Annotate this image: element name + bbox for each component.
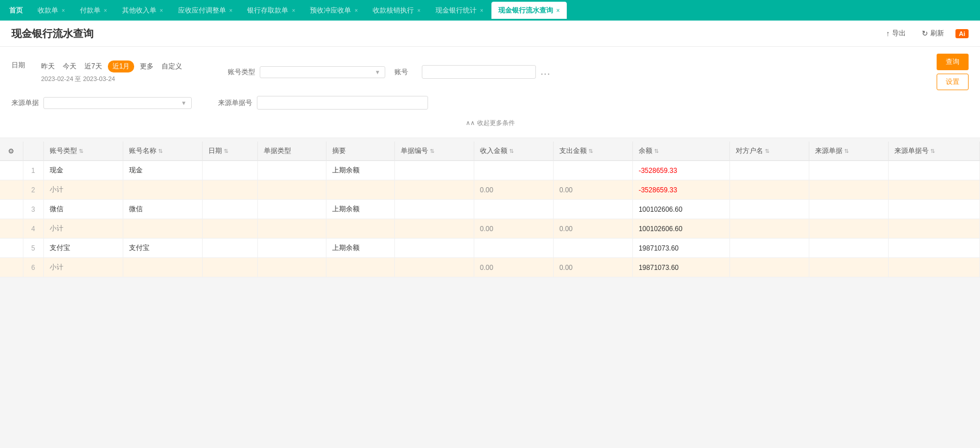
cell-11 <box>729 161 809 180</box>
cell-7 <box>394 161 474 180</box>
cell-10: 100102606.60 <box>632 219 729 239</box>
col-account-type[interactable]: 账号类型⇅ <box>43 142 123 161</box>
col-doc-no[interactable]: 单据编号⇅ <box>394 142 474 161</box>
close-tab-adjustment[interactable]: × <box>229 7 233 14</box>
close-tab-payment[interactable]: × <box>104 7 107 14</box>
cell-1: 6 <box>23 258 43 277</box>
cell-12 <box>809 200 888 219</box>
cell-11 <box>729 219 809 239</box>
header-actions: ↑ 导出 ↻ 刷新 Ai <box>882 26 969 41</box>
account-dots[interactable]: ... <box>541 67 551 76</box>
nav-tab-adjustment[interactable]: 应收应付调整单× <box>171 2 240 19</box>
cell-8 <box>474 239 553 258</box>
cell-13 <box>888 180 979 200</box>
close-tab-prepayment[interactable]: × <box>354 7 358 14</box>
account-filter: 账号 ... <box>394 65 551 79</box>
col-source-doc-no[interactable]: 来源单据号⇅ <box>888 142 979 161</box>
nav-tab-writeoff[interactable]: 收款核销执行× <box>366 2 428 19</box>
col-account-name[interactable]: 账号名称⇅ <box>123 142 202 161</box>
cell-6 <box>326 219 394 239</box>
page-header: 现金银行流水查询 ↑ 导出 ↻ 刷新 Ai <box>0 21 980 47</box>
close-tab-cash-stat[interactable]: × <box>480 7 483 14</box>
cell-5 <box>257 200 326 219</box>
cell-10: -3528659.33 <box>632 161 729 180</box>
cell-0 <box>0 161 23 180</box>
export-button[interactable]: ↑ 导出 <box>882 26 911 41</box>
filter-row-2: 来源单据 ▼ 来源单据号 <box>11 96 969 110</box>
page-title: 现金银行流水查询 <box>11 27 94 41</box>
close-tab-writeoff[interactable]: × <box>417 7 421 14</box>
action-buttons: 查询 设置 <box>937 54 969 90</box>
nav-tab-receipt[interactable]: 收款单× <box>31 2 72 19</box>
col-income[interactable]: 收入金额⇅ <box>474 142 553 161</box>
date-option-1month[interactable]: 近1月 <box>108 60 135 72</box>
cell-6 <box>326 180 394 200</box>
col-counterparty[interactable]: 对方户名⇅ <box>729 142 809 161</box>
cell-12 <box>809 180 888 200</box>
cell-2: 微信 <box>43 200 123 219</box>
table-row: 6小计0.000.0019871073.60 <box>0 258 980 277</box>
source-doc-filter: 来源单据 ▼ <box>11 97 192 109</box>
source-doc-num-input[interactable] <box>257 96 428 110</box>
cell-5 <box>257 239 326 258</box>
table-row: 1现金现金上期余额-3528659.33 <box>0 161 980 180</box>
cell-0 <box>0 258 23 277</box>
date-option-custom[interactable]: 自定义 <box>159 60 184 72</box>
cell-5 <box>257 161 326 180</box>
date-option-7days[interactable]: 近7天 <box>82 60 104 72</box>
nav-tab-prepayment[interactable]: 预收冲应收单× <box>303 2 365 19</box>
cell-2: 支付宝 <box>43 239 123 258</box>
refresh-button[interactable]: ↻ 刷新 <box>917 26 949 41</box>
close-tab-cashflow-query[interactable]: × <box>556 7 560 14</box>
cell-6: 上期余额 <box>326 239 394 258</box>
nav-tab-bank-deposit[interactable]: 银行存取款单× <box>240 2 302 19</box>
cell-12 <box>809 239 888 258</box>
source-doc-num-filter: 来源单据号 <box>218 96 428 110</box>
table-row: 3微信微信上期余额100102606.60 <box>0 200 980 219</box>
col-balance[interactable]: 余额⇅ <box>632 142 729 161</box>
col-expense[interactable]: 支出金额⇅ <box>553 142 632 161</box>
nav-tab-other-income[interactable]: 其他收入单× <box>115 2 170 19</box>
account-input[interactable] <box>422 65 536 79</box>
nav-tab-cash-stat[interactable]: 现金银行统计× <box>429 2 490 19</box>
col-gear[interactable]: ⚙ <box>0 142 23 161</box>
cell-8: 0.00 <box>474 258 553 277</box>
close-tab-other-income[interactable]: × <box>160 7 163 14</box>
table-row: 5支付宝支付宝上期余额19871073.60 <box>0 239 980 258</box>
source-doc-dropdown-icon: ▼ <box>181 100 187 106</box>
close-tab-receipt[interactable]: × <box>62 7 65 14</box>
filter-row-1: 日期 昨天 今天 近7天 近1月 更多 自定义 2023-02-24 至 202… <box>11 54 969 90</box>
query-button[interactable]: 查询 <box>937 54 969 70</box>
cell-7 <box>394 180 474 200</box>
settings-button[interactable]: 设置 <box>937 74 969 90</box>
close-tab-bank-deposit[interactable]: × <box>292 7 295 14</box>
cell-1: 2 <box>23 180 43 200</box>
cell-8: 0.00 <box>474 180 553 200</box>
date-option-more[interactable]: 更多 <box>138 60 156 72</box>
cell-3: 支付宝 <box>123 239 202 258</box>
ai-button[interactable]: Ai <box>955 29 969 38</box>
date-option-today[interactable]: 今天 <box>61 60 79 72</box>
cell-8: 0.00 <box>474 219 553 239</box>
date-option-yesterday[interactable]: 昨天 <box>39 60 57 72</box>
cell-4 <box>202 161 257 180</box>
nav-tab-home[interactable]: 首页 <box>2 2 30 19</box>
col-date[interactable]: 日期⇅ <box>202 142 257 161</box>
table-container: ⚙ 账号类型⇅ 账号名称⇅ 日期⇅ 单据类型 摘要 单据编号⇅ 收入金额⇅ 支出… <box>0 142 980 277</box>
collapse-bar[interactable]: ∧∧ 收起更多条件 <box>11 115 969 131</box>
filter-area: 日期 昨天 今天 近7天 近1月 更多 自定义 2023-02-24 至 202… <box>0 47 980 138</box>
cell-13 <box>888 239 979 258</box>
cell-10: -3528659.33 <box>632 180 729 200</box>
cell-2: 小计 <box>43 219 123 239</box>
account-type-select[interactable]: ▼ <box>260 66 385 78</box>
nav-tab-payment[interactable]: 付款单× <box>73 2 114 19</box>
cell-3 <box>123 219 202 239</box>
cell-0 <box>0 180 23 200</box>
nav-tab-cashflow-query[interactable]: 现金银行流水查询× <box>491 2 567 19</box>
cell-7 <box>394 200 474 219</box>
col-source-doc[interactable]: 来源单据⇅ <box>809 142 888 161</box>
date-options: 昨天 今天 近7天 近1月 更多 自定义 <box>39 60 184 72</box>
date-label: 日期 <box>11 60 34 70</box>
cell-9 <box>553 161 632 180</box>
source-doc-select[interactable]: ▼ <box>43 97 192 109</box>
